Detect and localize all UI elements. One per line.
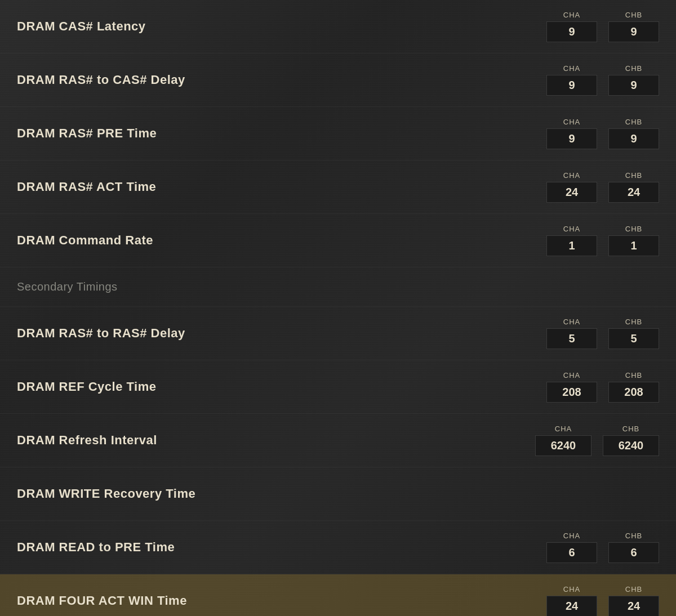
chb-group-command-rate: CHB1 — [608, 225, 659, 256]
chb-value-ras-to-ras: 5 — [608, 328, 659, 349]
chb-label-command-rate: CHB — [625, 225, 642, 233]
label-ras-act: DRAM RAS# ACT Time — [17, 180, 156, 194]
chb-label-ras-to-cas: CHB — [625, 64, 642, 73]
row-command-rate: DRAM Command RateCHA1CHB1 — [0, 214, 676, 267]
cha-value-command-rate: 1 — [546, 235, 597, 256]
cha-label-four-act-win: CHA — [563, 585, 580, 593]
cha-label-ras-to-cas: CHA — [563, 64, 580, 73]
label-ras-to-ras: DRAM RAS# to RAS# Delay — [17, 326, 185, 341]
row-secondary-timings: Secondary Timings — [0, 267, 676, 307]
cha-value-ras-to-ras: 5 — [546, 328, 597, 349]
values-ras-to-cas: CHA9CHB9 — [546, 64, 659, 96]
cha-label-cas-latency: CHA — [563, 11, 580, 19]
cha-label-ref-cycle: CHA — [563, 371, 580, 380]
values-cas-latency: CHA9CHB9 — [546, 11, 659, 42]
chb-group-ras-to-cas: CHB9 — [608, 64, 659, 96]
cha-group-ras-to-ras: CHA5 — [546, 318, 597, 349]
chb-label-four-act-win: CHB — [625, 585, 642, 593]
chb-label-ras-act: CHB — [625, 171, 642, 180]
cha-value-ras-to-cas: 9 — [546, 75, 597, 96]
row-ras-to-ras: DRAM RAS# to RAS# DelayCHA5CHB5 — [0, 307, 676, 360]
row-refresh-interval: DRAM Refresh IntervalCHA6240CHB6240 — [0, 414, 676, 467]
values-ref-cycle: CHA208CHB208 — [546, 371, 659, 403]
chb-group-ras-pre: CHB9 — [608, 118, 659, 149]
chb-label-refresh-interval: CHB — [622, 425, 639, 433]
values-refresh-interval: CHA6240CHB6240 — [535, 425, 659, 456]
label-ref-cycle: DRAM REF Cycle Time — [17, 380, 156, 394]
cha-value-ras-act: 24 — [546, 182, 597, 203]
chb-value-ras-to-cas: 9 — [608, 75, 659, 96]
cha-value-ref-cycle: 208 — [546, 382, 597, 403]
chb-value-refresh-interval: 6240 — [603, 435, 659, 456]
cha-group-ref-cycle: CHA208 — [546, 371, 597, 403]
chb-value-ras-pre: 9 — [608, 128, 659, 149]
cha-group-ras-to-cas: CHA9 — [546, 64, 597, 96]
values-four-act-win: CHA24CHB24 — [546, 585, 659, 616]
label-ras-to-cas: DRAM RAS# to CAS# Delay — [17, 73, 185, 87]
cha-label-ras-act: CHA — [563, 171, 580, 180]
chb-label-read-to-pre: CHB — [625, 532, 642, 540]
label-four-act-win: DRAM FOUR ACT WIN Time — [17, 593, 187, 608]
main-container: DRAM CAS# LatencyCHA9CHB9DRAM RAS# to CA… — [0, 0, 676, 616]
cha-value-cas-latency: 9 — [546, 21, 597, 42]
row-ras-act: DRAM RAS# ACT TimeCHA24CHB24 — [0, 160, 676, 214]
cha-label-ras-to-ras: CHA — [563, 318, 580, 326]
cha-label-ras-pre: CHA — [563, 118, 580, 126]
chb-value-ref-cycle: 208 — [608, 382, 659, 403]
cha-group-four-act-win: CHA24 — [546, 585, 597, 616]
row-four-act-win: DRAM FOUR ACT WIN TimeCHA24CHB24 — [0, 574, 676, 616]
chb-label-ras-to-ras: CHB — [625, 318, 642, 326]
cha-value-four-act-win: 24 — [546, 596, 597, 616]
chb-value-four-act-win: 24 — [608, 596, 659, 616]
values-ras-to-ras: CHA5CHB5 — [546, 318, 659, 349]
chb-group-read-to-pre: CHB6 — [608, 532, 659, 563]
label-ras-pre: DRAM RAS# PRE Time — [17, 126, 157, 141]
cha-label-read-to-pre: CHA — [563, 532, 580, 540]
chb-value-ras-act: 24 — [608, 182, 659, 203]
cha-value-read-to-pre: 6 — [546, 542, 597, 563]
chb-label-ras-pre: CHB — [625, 118, 642, 126]
label-secondary-timings: Secondary Timings — [17, 280, 118, 293]
values-read-to-pre: CHA6CHB6 — [546, 532, 659, 563]
cha-group-command-rate: CHA1 — [546, 225, 597, 256]
chb-group-ref-cycle: CHB208 — [608, 371, 659, 403]
row-ref-cycle: DRAM REF Cycle TimeCHA208CHB208 — [0, 360, 676, 414]
row-cas-latency: DRAM CAS# LatencyCHA9CHB9 — [0, 0, 676, 53]
chb-label-cas-latency: CHB — [625, 11, 642, 19]
label-write-recovery: DRAM WRITE Recovery Time — [17, 486, 195, 501]
chb-group-cas-latency: CHB9 — [608, 11, 659, 42]
row-read-to-pre: DRAM READ to PRE TimeCHA6CHB6 — [0, 521, 676, 574]
label-cas-latency: DRAM CAS# Latency — [17, 19, 146, 34]
cha-group-ras-pre: CHA9 — [546, 118, 597, 149]
cha-value-refresh-interval: 6240 — [535, 435, 592, 456]
chb-value-command-rate: 1 — [608, 235, 659, 256]
cha-group-refresh-interval: CHA6240 — [535, 425, 592, 456]
label-refresh-interval: DRAM Refresh Interval — [17, 433, 157, 448]
chb-value-read-to-pre: 6 — [608, 542, 659, 563]
chb-group-four-act-win: CHB24 — [608, 585, 659, 616]
chb-value-cas-latency: 9 — [608, 21, 659, 42]
cha-label-command-rate: CHA — [563, 225, 580, 233]
values-command-rate: CHA1CHB1 — [546, 225, 659, 256]
cha-group-ras-act: CHA24 — [546, 171, 597, 203]
chb-group-refresh-interval: CHB6240 — [603, 425, 659, 456]
row-write-recovery: DRAM WRITE Recovery Time — [0, 467, 676, 521]
row-ras-to-cas: DRAM RAS# to CAS# DelayCHA9CHB9 — [0, 53, 676, 107]
chb-label-ref-cycle: CHB — [625, 371, 642, 380]
label-command-rate: DRAM Command Rate — [17, 233, 153, 248]
values-ras-pre: CHA9CHB9 — [546, 118, 659, 149]
cha-label-refresh-interval: CHA — [555, 425, 572, 433]
chb-group-ras-act: CHB24 — [608, 171, 659, 203]
cha-group-read-to-pre: CHA6 — [546, 532, 597, 563]
values-ras-act: CHA24CHB24 — [546, 171, 659, 203]
row-ras-pre: DRAM RAS# PRE TimeCHA9CHB9 — [0, 107, 676, 160]
chb-group-ras-to-ras: CHB5 — [608, 318, 659, 349]
cha-group-cas-latency: CHA9 — [546, 11, 597, 42]
cha-value-ras-pre: 9 — [546, 128, 597, 149]
label-read-to-pre: DRAM READ to PRE Time — [17, 540, 175, 555]
